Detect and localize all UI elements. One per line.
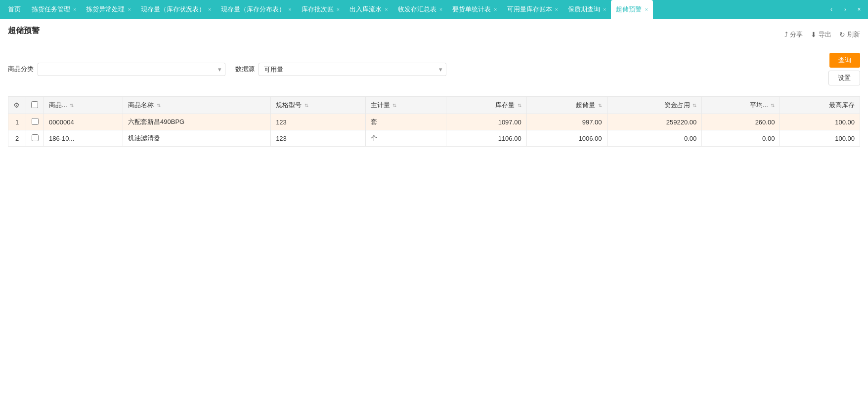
row-max-stock-2: 100.00 <box>780 130 860 147</box>
close-tab-3-icon[interactable]: × <box>208 6 211 12</box>
close-tab-6-icon[interactable]: × <box>385 6 388 12</box>
close-tab-4-icon[interactable]: × <box>288 6 291 12</box>
row-product-code-2: 186-10... <box>44 130 123 147</box>
sort-over-stock-icon: ⇅ <box>598 103 602 108</box>
row-num-1: 1 <box>8 114 26 130</box>
row-stock-2: 1106.00 <box>446 130 526 147</box>
row-unit-2: 个 <box>365 130 446 147</box>
row-spec-2: 123 <box>271 130 366 147</box>
sort-capital-icon: ⇅ <box>693 103 696 108</box>
th-product-name[interactable]: 商品名称 ⇅ <box>123 97 271 114</box>
share-button[interactable]: ⤴ 分享 <box>784 30 803 39</box>
close-tab-7-icon[interactable]: × <box>439 6 442 12</box>
tab-yaohuo-tongji[interactable]: 要货单统计表 × <box>447 0 502 19</box>
sort-product-name-icon: ⇅ <box>157 103 161 108</box>
row-select-2[interactable] <box>32 134 39 141</box>
th-checkbox[interactable] <box>26 97 44 114</box>
th-stock[interactable]: 库存量 ⇅ <box>446 97 526 114</box>
share-icon: ⤴ <box>784 31 788 39</box>
row-product-name-2: 机油滤清器 <box>123 130 271 147</box>
table-header-row: ⚙ 商品... ⇅ 商品名称 ⇅ 规格型号 ⇅ <box>8 97 860 114</box>
th-unit[interactable]: 主计量 ⇅ <box>365 97 446 114</box>
refresh-button[interactable]: ↻ 刷新 <box>839 30 860 39</box>
tab-xiancunliang-fenbiao[interactable]: 现存量（库存分布表） × <box>216 0 296 19</box>
th-over-stock[interactable]: 超储量 ⇅ <box>526 97 607 114</box>
close-tab-9-icon[interactable]: × <box>555 6 558 12</box>
row-product-name-1: 六配套新昌490BPG <box>123 114 271 130</box>
sort-unit-icon: ⇅ <box>392 103 396 108</box>
topbar: 首页 拣货任务管理 × 拣货异常处理 × 现存量（库存状况表） × 现存量（库存… <box>0 0 868 19</box>
tab-jianhuo-yichang[interactable]: 拣货异常处理 × <box>81 0 135 19</box>
row-num-2: 2 <box>8 130 26 147</box>
tab-shoufacun-huizong[interactable]: 收发存汇总表 × <box>393 0 447 19</box>
sort-product-code-icon: ⇅ <box>70 103 74 108</box>
row-over-stock-2: 1006.00 <box>526 130 607 147</box>
nav-prev-button[interactable]: ‹ <box>825 0 838 19</box>
category-select[interactable] <box>38 63 225 76</box>
tab-chachu-yujing[interactable]: 超储预警 × <box>611 0 652 19</box>
close-tab-1-icon[interactable]: × <box>73 6 76 12</box>
page-content: 超储预警 ⤴ 分享 ⬇ 导出 ↻ 刷新 商品分类 <box>0 19 868 395</box>
page-title: 超储预警 <box>8 26 40 36</box>
row-avg-1: 260.00 <box>702 114 780 130</box>
row-over-stock-1: 997.00 <box>526 114 607 130</box>
row-capital-2: 0.00 <box>607 130 702 147</box>
close-tab-10-icon[interactable]: × <box>603 6 606 12</box>
row-checkbox-1[interactable] <box>26 114 44 130</box>
close-tab-2-icon[interactable]: × <box>128 6 130 12</box>
select-all-checkbox[interactable] <box>31 101 38 108</box>
tab-baozhi-chaxun[interactable]: 保质期查询 × <box>563 0 611 19</box>
row-max-stock-1: 100.00 <box>780 114 860 130</box>
th-spec[interactable]: 规格型号 ⇅ <box>271 97 366 114</box>
th-capital[interactable]: 资金占用 ⇅ <box>607 97 702 114</box>
nav-home[interactable]: 首页 <box>2 5 27 14</box>
close-tab-8-icon[interactable]: × <box>494 6 497 12</box>
th-avg[interactable]: 平均... ⇅ <box>702 97 780 114</box>
row-product-code-1: 0000004 <box>44 114 123 130</box>
row-stock-1: 1097.00 <box>446 114 526 130</box>
row-capital-1: 259220.00 <box>607 114 702 130</box>
tab-jianhuo-renwu[interactable]: 拣货任务管理 × <box>27 0 81 19</box>
tab-xiancunliang-kuangkuang[interactable]: 现存量（库存状况表） × <box>136 0 216 19</box>
query-button[interactable]: 查询 <box>829 53 860 68</box>
table-row: 2 186-10... 机油滤清器 123 个 1106.00 1006.00 … <box>8 130 860 147</box>
settings-button[interactable]: 设置 <box>828 71 860 85</box>
datasource-label: 数据源 <box>235 65 255 74</box>
row-spec-1: 123 <box>271 114 366 130</box>
refresh-icon: ↻ <box>839 31 845 39</box>
close-tab-11-icon[interactable]: × <box>645 6 648 12</box>
tab-churuku-liushui[interactable]: 出入库流水 × <box>345 0 392 19</box>
row-checkbox-2[interactable] <box>26 130 44 147</box>
sort-stock-icon: ⇅ <box>518 103 521 108</box>
data-table: ⚙ 商品... ⇅ 商品名称 ⇅ 规格型号 ⇅ <box>8 96 860 147</box>
filter-category: 商品分类 ▾ <box>8 63 225 76</box>
export-button[interactable]: ⬇ 导出 <box>811 30 831 39</box>
filter-row: 商品分类 ▾ 数据源 可用量 ▾ 查询 <box>8 48 860 90</box>
tab-keyongliang-zhangben[interactable]: 可用量库存账本 × <box>502 0 563 19</box>
row-select-1[interactable] <box>32 118 39 125</box>
th-max-stock[interactable]: 最高库存 <box>780 97 860 114</box>
sort-avg-icon: ⇅ <box>771 103 775 108</box>
filter-datasource: 数据源 可用量 ▾ <box>235 63 446 76</box>
row-unit-1: 套 <box>365 114 446 130</box>
th-product-code[interactable]: 商品... ⇅ <box>44 97 123 114</box>
close-tab-5-icon[interactable]: × <box>337 6 340 12</box>
table-row: 1 0000004 六配套新昌490BPG 123 套 1097.00 997.… <box>8 114 860 130</box>
category-label: 商品分类 <box>8 65 34 74</box>
nav-close-button[interactable]: × <box>852 0 866 19</box>
datasource-select[interactable]: 可用量 <box>259 63 446 76</box>
sort-spec-icon: ⇅ <box>304 103 308 108</box>
th-settings[interactable]: ⚙ <box>8 97 26 114</box>
row-avg-2: 0.00 <box>702 130 780 147</box>
tab-kucun-pici[interactable]: 库存批次账 × <box>297 0 345 19</box>
export-icon: ⬇ <box>811 31 817 39</box>
table-settings-icon[interactable]: ⚙ <box>13 101 20 109</box>
nav-next-button[interactable]: › <box>838 0 852 19</box>
